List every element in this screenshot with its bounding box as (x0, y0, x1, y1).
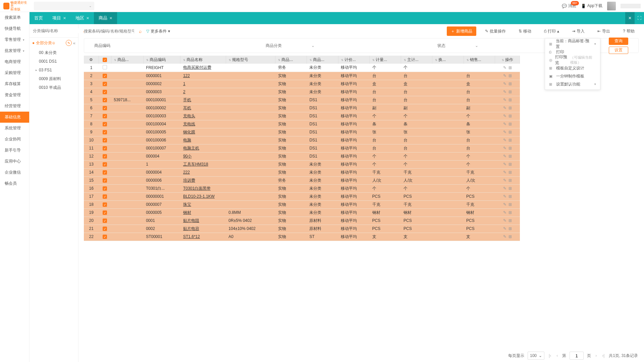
product-name-link[interactable]: 耳机 (183, 106, 191, 110)
more-icon[interactable]: ⊞ (508, 138, 512, 142)
more-icon[interactable]: ⊞ (508, 170, 512, 175)
row-checkbox[interactable] (103, 146, 107, 150)
messages-link[interactable]: 💬消息99+ (562, 3, 576, 9)
table-row[interactable]: 140000004222实物未分类移动平均千克千克千克✎⊞ (84, 168, 520, 176)
more-icon[interactable]: ⊞ (508, 226, 512, 231)
tree-search-input[interactable] (33, 28, 83, 33)
row-checkbox[interactable] (103, 202, 107, 207)
table-row[interactable]: 8000100004充电线实物DS1移动平均条条条✎⊞ (84, 120, 520, 128)
table-row[interactable]: 20000001122实物未分类移动平均台台台✎⊞ (84, 72, 520, 80)
product-name-link[interactable]: 2 (183, 89, 185, 94)
row-checkbox[interactable] (103, 138, 107, 142)
column-header[interactable]: ⇅计量... (370, 56, 401, 64)
row-checkbox[interactable] (103, 210, 107, 215)
search-input[interactable] (84, 29, 134, 34)
column-header[interactable]: ⇅销售... (464, 56, 495, 64)
column-header[interactable]: ⇅计价... (338, 56, 370, 64)
sidebar-item[interactable]: 企业协同 (0, 134, 29, 145)
more-filters-button[interactable]: ▽更多条件▾ (146, 28, 170, 34)
close-icon[interactable]: ✕ (86, 16, 89, 20)
row-checkbox[interactable] (103, 65, 107, 69)
edit-icon[interactable]: ✎ (503, 234, 506, 239)
more-icon[interactable]: ⊞ (508, 194, 512, 199)
filter-category-select[interactable]: ⌄ (284, 43, 315, 48)
tree-edit-button[interactable]: ✎ (66, 40, 72, 46)
product-name-link[interactable]: 充电头 (183, 114, 195, 118)
row-checkbox[interactable] (103, 162, 107, 167)
row-checkbox[interactable] (103, 106, 107, 110)
row-checkbox[interactable] (103, 170, 107, 175)
edit-icon[interactable]: ✎ (503, 178, 506, 183)
more-icon[interactable]: ⊞ (508, 122, 512, 126)
column-header[interactable]: ⇅操作 (495, 56, 520, 64)
more-icon[interactable]: ⊞ (508, 162, 512, 167)
product-name-link[interactable]: 贴片电容 (183, 226, 199, 231)
edit-icon[interactable]: ✎ (503, 170, 506, 175)
more-icon[interactable]: ⊞ (508, 210, 512, 215)
prev-page-button[interactable]: ‹ (555, 353, 559, 358)
settings-button[interactable]: 设置 (609, 47, 628, 54)
table-row[interactable]: 7000100003充电头实物DS1移动平均个个个✎⊞ (84, 112, 520, 120)
table-row[interactable]: 16T0301白...T0301白面黑带实物未分类移动平均个个个✎⊞ (84, 184, 520, 192)
row-checkbox[interactable] (103, 130, 107, 134)
table-row[interactable]: 1700000001BLD10-23-1.1KW实物未分类移动平均PCSPCSP… (84, 192, 520, 200)
more-icon[interactable]: ⊞ (508, 89, 512, 94)
more-icon[interactable]: ⊞ (508, 154, 512, 159)
more-icon[interactable]: ⊞ (508, 114, 512, 118)
dropdown-item[interactable]: ⊞模板自定义设计 (545, 64, 600, 72)
sidebar-item[interactable]: 搜索菜单 (0, 12, 29, 23)
more-icon[interactable]: ⊞ (508, 178, 512, 183)
table-row[interactable]: 1200000490小实物DS1移动平均个个个✎⊞ (84, 152, 520, 160)
edit-icon[interactable]: ✎ (503, 81, 506, 86)
edit-icon[interactable]: ✎ (503, 194, 506, 199)
help-button[interactable]: ?帮助 (619, 26, 639, 36)
product-name-link[interactable]: 1 (183, 81, 185, 86)
sidebar-item[interactable]: 系统管理 (0, 123, 29, 134)
table-row[interactable]: 190000005钢材0.8MM实物未分类移动平均钢材钢材钢材✎⊞ (84, 208, 520, 217)
sidebar-item[interactable]: 应用中心 (0, 156, 29, 167)
product-name-link[interactable]: 电脑主机 (183, 146, 199, 150)
print-button[interactable]: ⎙打印▴ (540, 26, 563, 36)
product-name-link[interactable]: 培训费 (183, 178, 195, 183)
sidebar-item[interactable]: 零售管理▾ (0, 34, 29, 45)
tree-node[interactable]: 00 未分类 (30, 48, 78, 57)
more-icon[interactable]: ⊞ (508, 106, 512, 110)
table-row[interactable]: 11000100007电脑主机实物DS1移动平均台台台✎⊞ (84, 144, 520, 152)
product-name-link[interactable]: 工具车HM318 (183, 162, 208, 167)
sidebar-item[interactable]: 基础信息 (0, 112, 29, 123)
tab-close-all[interactable]: ✕ (625, 12, 635, 24)
next-page-button[interactable]: › (594, 353, 598, 358)
more-icon[interactable]: ⊞ (508, 73, 512, 78)
edit-icon[interactable]: ✎ (503, 122, 506, 126)
row-checkbox[interactable] (103, 114, 107, 118)
dropdown-item[interactable]: ▣一分钟制作模板 (545, 72, 600, 80)
row-checkbox[interactable] (103, 186, 107, 191)
table-row[interactable]: 210002贴片电容104±10% 0402实物原材料移动平均PCSPCSPCS… (84, 225, 520, 233)
row-checkbox[interactable] (103, 82, 107, 86)
tree-node[interactable]: 0001 DS1 (30, 57, 78, 66)
table-row[interactable]: 150000006培训费劳务未分类移动平均人/次人/次人/次✎⊞ (84, 176, 520, 184)
more-icon[interactable]: ⊞ (508, 186, 512, 191)
more-icon[interactable]: ⊞ (508, 65, 512, 70)
column-header[interactable]: ⇅商品编码 (143, 56, 180, 64)
table-row[interactable]: 1FREIGHT电商买家付运费劳务未分类移动平均个个✎⊞ (84, 64, 520, 72)
edit-icon[interactable]: ✎ (503, 65, 506, 70)
edit-icon[interactable]: ✎ (503, 130, 506, 134)
move-button[interactable]: ⇅移动 (515, 26, 535, 36)
close-icon[interactable]: ✕ (63, 16, 66, 20)
dropdown-item[interactable]: ◎打印预览（可编辑当前模板） (545, 56, 600, 64)
column-header[interactable] (99, 56, 111, 64)
dropdown-item[interactable]: ⊞当前：商品标签-预置▾ (545, 40, 600, 48)
column-header[interactable]: ⇅规格型号 (226, 56, 275, 64)
product-name-link[interactable]: 手机 (183, 98, 191, 102)
edit-icon[interactable]: ✎ (503, 210, 506, 215)
tree-all-category[interactable]: 全部分类⊙ (36, 40, 64, 46)
edit-icon[interactable]: ✎ (503, 98, 506, 102)
row-checkbox[interactable] (103, 154, 107, 159)
batch-button[interactable]: ✎批量操作 (481, 26, 510, 36)
more-icon[interactable]: ⊞ (508, 202, 512, 207)
edit-icon[interactable]: ✎ (503, 162, 506, 167)
more-icon[interactable]: ⊞ (508, 130, 512, 134)
row-checkbox[interactable] (103, 227, 107, 231)
table-row[interactable]: 180000007珠宝实物未分类移动平均千克千克千克✎⊞ (84, 200, 520, 208)
